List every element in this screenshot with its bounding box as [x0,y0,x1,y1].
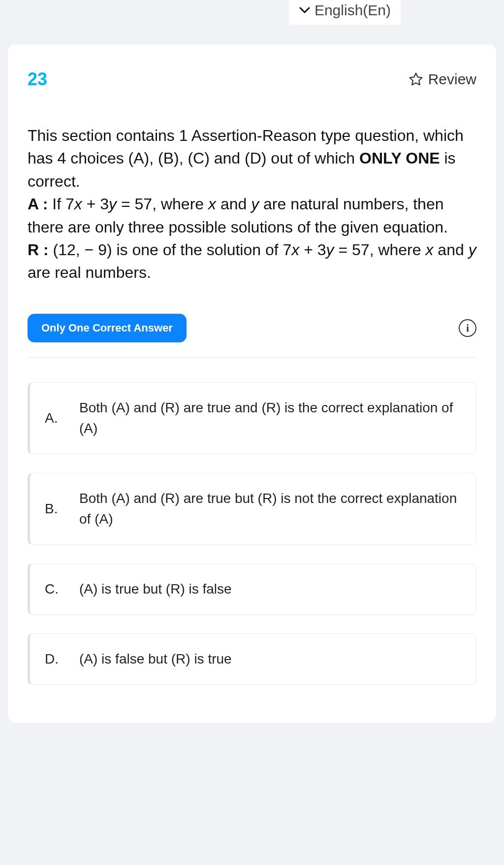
var-x: x [208,195,216,213]
intro-bold: ONLY ONE [359,149,440,167]
language-label: English(En) [315,2,391,19]
option-a[interactable]: A. Both (A) and (R) are true and (R) is … [28,382,476,454]
option-letter: B. [45,501,64,517]
assertion-label: A : [28,195,52,213]
option-text: Both (A) and (R) are true but (R) is not… [79,488,461,530]
option-b[interactable]: B. Both (A) and (R) are true but (R) is … [28,473,476,545]
var-y: y [109,195,117,213]
question-number: 23 [28,69,47,90]
reason-label: R : [28,241,53,259]
answer-type-badge: Only One Correct Answer [28,314,187,342]
badge-row: Only One Correct Answer i [28,314,476,358]
var-y: y [469,241,476,259]
language-selector[interactable]: English(En) [289,0,401,25]
assertion-text: = 57, where [117,195,208,213]
option-letter: A. [45,410,64,426]
question-text: This section contains 1 Assertion-Reason… [28,124,476,284]
var-x: x [74,195,82,213]
var-x: x [425,241,433,259]
assertion-text: If 7 [52,195,74,213]
reason-text: and [433,241,468,259]
option-c[interactable]: C. (A) is true but (R) is false [28,564,476,615]
review-button[interactable]: Review [409,71,476,88]
star-icon [409,72,423,87]
option-text: (A) is true but (R) is false [79,579,232,599]
var-y: y [326,241,334,259]
option-text: Both (A) and (R) are true and (R) is the… [79,398,461,439]
reason-text: = 57, where [334,241,426,259]
question-card: 23 Review This section contains 1 Assert… [8,44,496,723]
review-label: Review [428,71,476,88]
option-d[interactable]: D. (A) is false but (R) is true [28,633,476,685]
reason-text: + 3 [299,241,326,259]
option-letter: D. [45,651,64,667]
card-header: 23 Review [28,69,476,90]
assertion-text: + 3 [82,195,109,213]
chevron-down-icon [299,4,311,16]
info-icon[interactable]: i [459,319,476,337]
var-y: y [251,195,259,213]
reason-text: (12, − 9) is one of the solution of 7 [53,241,292,259]
option-letter: C. [45,581,64,597]
var-x: x [291,241,299,259]
reason-text: are real numbers. [28,264,151,281]
option-text: (A) is false but (R) is true [79,649,232,669]
assertion-text: and [216,195,251,213]
